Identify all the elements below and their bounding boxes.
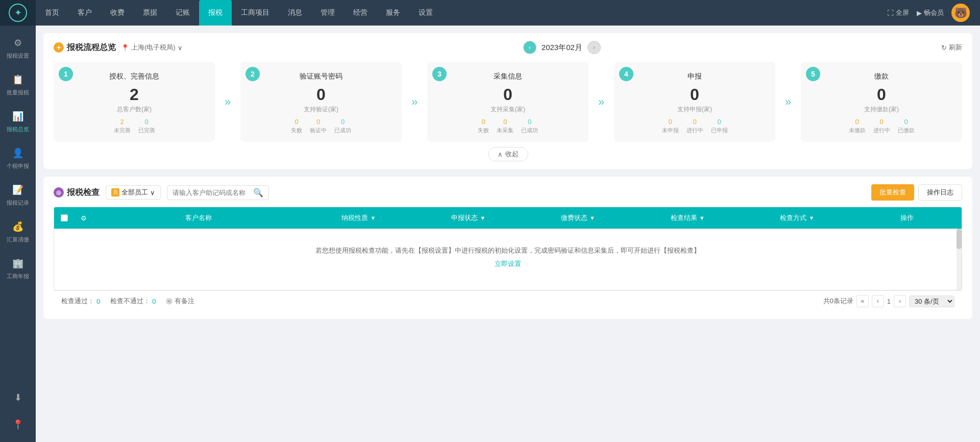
- step-5-sub-1[interactable]: 0 进行中: [873, 118, 890, 134]
- step-5-sub-0-val: 0: [855, 118, 859, 126]
- step-2-label: 支持验证(家): [304, 105, 338, 114]
- collapse-btn[interactable]: ∧ 收起: [488, 147, 528, 161]
- sidebar-item-batch-tax[interactable]: 📋 批量报税: [0, 67, 36, 102]
- double-arrow-icon-2: »: [411, 95, 418, 109]
- sidebar-label-annual-report: 工商年报: [7, 273, 29, 280]
- search-icon[interactable]: 🔍: [253, 188, 263, 198]
- nav-message[interactable]: 消息: [279, 0, 311, 26]
- th-checkbox[interactable]: [54, 214, 75, 222]
- step-1-sub-1[interactable]: 0 已完善: [138, 118, 155, 134]
- refresh-label: 刷新: [949, 43, 962, 52]
- step-3-sub-0[interactable]: 0 失败: [478, 118, 489, 134]
- step-3-sub-1[interactable]: 0 未采集: [497, 118, 513, 134]
- refresh-icon: ↻: [941, 44, 947, 52]
- step-2-sub-0[interactable]: 0 失败: [291, 118, 302, 134]
- batch-check-btn[interactable]: 批量检查: [871, 184, 914, 201]
- sidebar: ⚙ 报税设置 📋 批量报税 📊 报税总览 👤 个税申报 📝 报税记录 💰 汇算清…: [0, 26, 36, 442]
- filter-icon-5[interactable]: ▼: [808, 215, 814, 221]
- nav-business[interactable]: 工商项目: [232, 0, 279, 26]
- nav-settings[interactable]: 设置: [409, 0, 442, 26]
- employee-selector[interactable]: 员 全部员工 ∨: [106, 185, 161, 200]
- member-label: 畅会员: [924, 8, 944, 17]
- nav-home[interactable]: 首页: [36, 0, 68, 26]
- sidebar-label-tax-settings: 报税设置: [7, 52, 29, 60]
- nav-invoice[interactable]: 票据: [134, 0, 166, 26]
- member-btn[interactable]: ▶ 畅会员: [917, 8, 944, 17]
- setup-link[interactable]: 立即设置: [495, 257, 521, 271]
- nav-operation[interactable]: 经营: [344, 0, 377, 26]
- sidebar-item-location[interactable]: 📍: [8, 412, 28, 437]
- table-scrollbar-track[interactable]: [957, 229, 962, 290]
- sidebar-item-annual-report[interactable]: 🏢 工商年报: [0, 251, 36, 285]
- sidebar-item-tax-overview[interactable]: 📊 报税总览: [0, 104, 36, 138]
- step-4-sub-row: 0 未申报 0 进行中 0 已申报: [662, 118, 728, 134]
- step-2-title: 验证账号密码: [300, 72, 342, 81]
- nav-accounting[interactable]: 记账: [166, 0, 199, 26]
- step-2-sub-2[interactable]: 0 已成功: [334, 118, 351, 134]
- step-4-num: 4: [619, 67, 633, 81]
- step-4-sub-2[interactable]: 0 已申报: [711, 118, 728, 134]
- th-tax-nature: 纳税性质 ▼: [304, 213, 414, 223]
- sidebar-item-tax-settings[interactable]: ⚙ 报税设置: [0, 31, 36, 65]
- fullscreen-btn[interactable]: ⛶ 全屏: [887, 8, 909, 17]
- nav-tax[interactable]: 报税: [199, 0, 232, 26]
- th-check-result-label: 检查结果: [671, 213, 697, 223]
- table-footer: 检查通过： 0 检查不通过： 0 ㊙ 有备注 共0条记录 « ‹ 1 ›: [54, 290, 962, 311]
- step-1-sub-row: 2 未完善 0 已完善: [114, 118, 155, 134]
- logo-icon: ✦: [9, 4, 27, 22]
- sidebar-item-download[interactable]: ⬇: [8, 385, 28, 410]
- empty-tip: 若您想使用报税检查功能，请先在【报税设置】中进行报税的初始化设置，完成密码验证和…: [54, 229, 962, 286]
- step-5-sub-2[interactable]: 0 已缴款: [898, 118, 915, 134]
- filter-icon-2[interactable]: ▼: [480, 215, 485, 221]
- fail-val[interactable]: 0: [152, 298, 156, 305]
- th-check-result: 检查结果 ▼: [633, 213, 743, 223]
- filter-icon-4[interactable]: ▼: [699, 215, 705, 221]
- search-input[interactable]: [173, 189, 253, 197]
- nav-fee[interactable]: 收费: [101, 0, 134, 26]
- sidebar-label-tax-record: 报税记录: [7, 199, 29, 207]
- step-4-sub-0[interactable]: 0 未申报: [662, 118, 679, 134]
- step-4-title: 申报: [688, 72, 702, 81]
- personal-tax-icon: 👤: [11, 146, 25, 160]
- step-2-sub-2-label: 已成功: [334, 127, 351, 134]
- step-1-num: 1: [59, 67, 73, 81]
- refresh-btn[interactable]: ↻ 刷新: [941, 43, 962, 52]
- nav-customer[interactable]: 客户: [68, 0, 101, 26]
- step-4-sub-1[interactable]: 0 进行中: [687, 118, 703, 134]
- overview-card-header: + 报税流程总览 📍 上海(电子税局) ∨ ‹ 2023年02月 › ↻ 刷新: [54, 41, 962, 54]
- location-selector[interactable]: 📍 上海(电子税局) ∨: [121, 43, 183, 52]
- step-1-sub-1-val: 0: [144, 118, 148, 126]
- nav-manage[interactable]: 管理: [311, 0, 344, 26]
- header-checkbox[interactable]: [61, 214, 68, 222]
- step-5-label: 支持缴款(家): [864, 105, 899, 114]
- filter-icon-1[interactable]: ▼: [370, 215, 376, 221]
- step-5-num: 5: [806, 67, 820, 81]
- step-5-sub-2-val: 0: [904, 118, 908, 126]
- th-settings[interactable]: ⚙: [75, 214, 93, 222]
- th-declare-status: 申报状态 ▼: [413, 213, 523, 223]
- pass-val[interactable]: 0: [96, 298, 100, 305]
- step-1-title: 授权、完善信息: [109, 72, 159, 81]
- step-3-sub-2[interactable]: 0 已成功: [521, 118, 538, 134]
- operation-log-btn[interactable]: 操作日志: [918, 184, 962, 201]
- step-5-sub-0[interactable]: 0 未缴款: [849, 118, 866, 134]
- step-2-sub-1[interactable]: 0 验证中: [310, 118, 327, 134]
- employee-label: 全部员工: [121, 188, 148, 197]
- sidebar-item-tax-record[interactable]: 📝 报税记录: [0, 178, 36, 212]
- nav-service[interactable]: 服务: [377, 0, 409, 26]
- chevron-down-icon: ∨: [178, 44, 183, 52]
- next-month-btn[interactable]: ›: [587, 41, 601, 54]
- prev-page-btn[interactable]: ‹: [872, 295, 884, 307]
- per-page-selector[interactable]: 30 条/页 50 条/页 100 条/页: [909, 296, 954, 307]
- first-page-btn[interactable]: «: [856, 295, 869, 307]
- prev-month-btn[interactable]: ‹: [523, 41, 536, 54]
- step-1-sub-0[interactable]: 2 未完善: [114, 118, 131, 134]
- filter-icon-3[interactable]: ▼: [590, 215, 595, 221]
- sidebar-item-settlement[interactable]: 💰 汇算清缴: [0, 214, 36, 249]
- logo-area: ✦: [0, 0, 36, 26]
- next-page-btn[interactable]: ›: [894, 295, 906, 307]
- sidebar-label-batch-tax: 批量报税: [7, 89, 29, 96]
- table-body: 若您想使用报税检查功能，请先在【报税设置】中进行报税的初始化设置，完成密码验证和…: [54, 229, 962, 290]
- sidebar-item-personal-tax[interactable]: 👤 个税申报: [0, 141, 36, 175]
- sidebar-label-personal-tax: 个税申报: [7, 162, 29, 170]
